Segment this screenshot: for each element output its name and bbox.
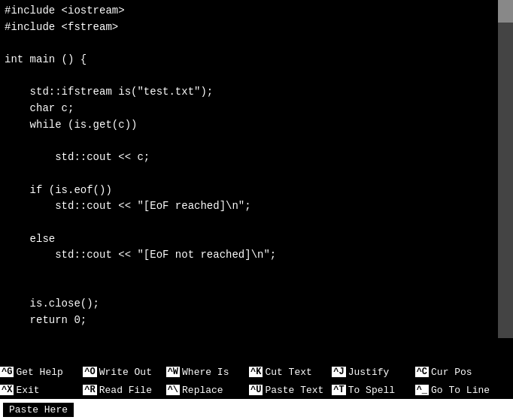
code-line: std::cout << "[EoF reached]\n";: [5, 198, 493, 215]
menu-bar: ^GGet Help^OWrite Out^WWhere Is^KCut Tex…: [0, 363, 498, 399]
menu-item[interactable]: ^_Go To Line: [415, 381, 498, 399]
menu-label: Go To Line: [431, 385, 490, 396]
menu-shortcut: ^O: [83, 367, 96, 377]
menu-label: Paste Text: [265, 385, 323, 396]
menu-item[interactable]: ^RRead File: [83, 381, 165, 399]
code-line: [5, 280, 493, 297]
menu-label: Where Is: [182, 367, 229, 378]
menu-label: Replace: [182, 385, 223, 396]
menu-shortcut: ^U: [249, 385, 263, 395]
menu-shortcut: ^T: [332, 385, 345, 395]
app-container: #include <iostream>#include <fstream> in…: [0, 0, 513, 420]
menu-item[interactable]: ^GGet Help: [0, 363, 83, 381]
menu-item[interactable]: ^XExit: [0, 381, 83, 399]
menu-item[interactable]: ^CCur Pos: [415, 363, 498, 381]
code-line: is.close();: [5, 296, 493, 313]
code-line: if (is.eof()): [5, 183, 493, 199]
code-line: [5, 166, 493, 183]
menu-item[interactable]: ^UPaste Text: [249, 381, 332, 399]
editor-panel: #include <iostream>#include <fstream> in…: [0, 0, 513, 338]
menu-label: Exit: [16, 385, 39, 396]
menu-item[interactable]: ^\Replace: [166, 381, 249, 399]
scrollbar-thumb[interactable]: [498, 0, 513, 23]
code-line: [5, 134, 493, 150]
code-line: [5, 215, 493, 231]
menu-shortcut: ^J: [332, 367, 345, 377]
menu-row-bottom: ^XExit^RRead File^\Replace^UPaste Text^T…: [0, 381, 498, 399]
menu-shortcut: ^_: [415, 385, 429, 395]
menu-label: Cur Pos: [431, 367, 472, 378]
menu-item[interactable]: ^OWrite Out: [83, 363, 165, 381]
menu-label: Justify: [348, 367, 390, 378]
menu-label: Cut Text: [265, 367, 311, 378]
code-line: else: [5, 231, 493, 248]
code-line: #include <fstream>: [5, 20, 493, 36]
code-line: std::cout << c;: [5, 150, 493, 166]
code-editor[interactable]: #include <iostream>#include <fstream> in…: [0, 0, 498, 338]
menu-shortcut: ^X: [0, 385, 14, 395]
menu-label: Get Help: [16, 367, 62, 378]
menu-item[interactable]: ^KCut Text: [249, 363, 332, 381]
menu-label: Read File: [99, 385, 152, 396]
menu-label: Write Out: [99, 367, 152, 378]
code-line: std::cout << "[EoF not reached]\n";: [5, 247, 493, 264]
menu-shortcut: ^W: [166, 367, 180, 377]
code-line: #include <iostream>: [5, 3, 493, 20]
menu-shortcut: ^C: [415, 367, 429, 377]
menu-shortcut: ^K: [249, 367, 263, 377]
code-line: [5, 264, 493, 280]
code-line: while (is.get(c)): [5, 117, 493, 134]
menu-item[interactable]: ^TTo Spell: [332, 381, 414, 399]
code-line: std::ifstream is("test.txt");: [5, 84, 493, 101]
code-line: char c;: [5, 101, 493, 117]
code-line: [5, 35, 493, 52]
code-line: int main () {: [5, 52, 493, 68]
menu-item[interactable]: ^WWhere Is: [166, 363, 249, 381]
code-line: [5, 68, 493, 85]
scrollbar[interactable]: [498, 0, 513, 338]
paste-icon[interactable]: ↑: [80, 401, 96, 418]
menu-shortcut: ^R: [83, 385, 96, 395]
menu-item[interactable]: ^JJustify: [332, 363, 414, 381]
menu-label: To Spell: [348, 385, 395, 396]
paste-bar: Paste Here ↑: [0, 399, 513, 420]
code-line: return 0;: [5, 313, 493, 329]
menu-row-top: ^GGet Help^OWrite Out^WWhere Is^KCut Tex…: [0, 363, 498, 381]
menu-shortcut: ^\: [166, 385, 180, 395]
menu-shortcut: ^G: [0, 367, 14, 377]
code-line: [5, 329, 493, 338]
paste-here-button[interactable]: Paste Here: [3, 403, 74, 417]
